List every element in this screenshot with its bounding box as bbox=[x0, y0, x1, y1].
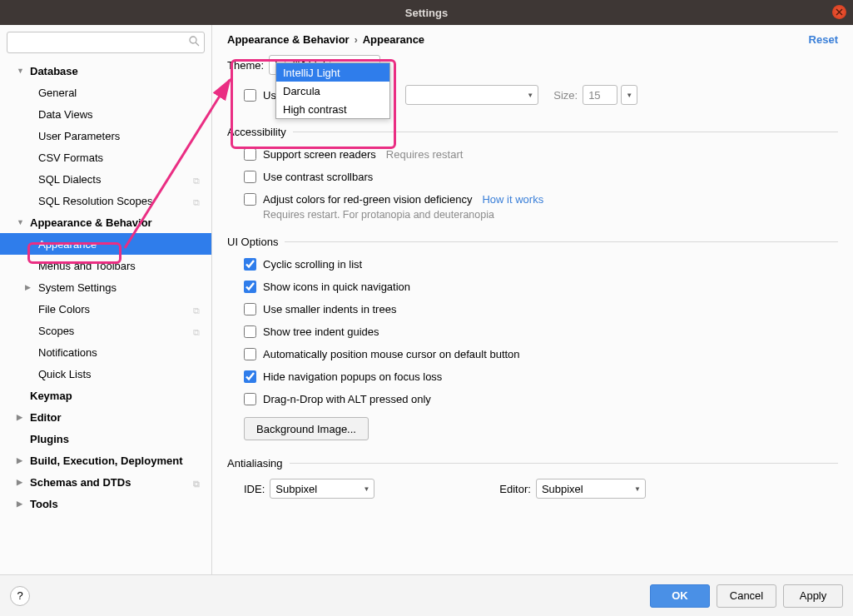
project-icon bbox=[193, 196, 203, 206]
theme-option[interactable]: Darcula bbox=[276, 82, 389, 100]
dnd-alt-checkbox[interactable] bbox=[244, 393, 256, 405]
tree-item[interactable]: Tools bbox=[0, 493, 211, 514]
tree-guides-checkbox[interactable] bbox=[244, 325, 256, 338]
tree-item[interactable]: Menus and Toolbars bbox=[0, 255, 211, 276]
cancel-button[interactable]: Cancel bbox=[717, 584, 776, 608]
breadcrumb-sep-icon: › bbox=[355, 34, 358, 46]
window-body: DatabaseGeneralData ViewsUser Parameters… bbox=[0, 25, 853, 574]
tree-item[interactable]: Scopes bbox=[0, 320, 211, 341]
use-custom-font-checkbox[interactable] bbox=[244, 89, 256, 102]
size-value-box[interactable]: 15 bbox=[583, 85, 617, 105]
tree-item-label: Menus and Toolbars bbox=[37, 260, 136, 272]
tree-item-label: Database bbox=[28, 65, 78, 77]
close-icon[interactable] bbox=[832, 5, 846, 19]
requires-restart-hint: Requires restart bbox=[386, 148, 463, 161]
how-it-works-link[interactable]: How it works bbox=[482, 193, 543, 206]
breadcrumb-root: Appearance & Behavior bbox=[227, 33, 350, 46]
tree-item[interactable]: Appearance bbox=[0, 233, 211, 255]
breadcrumb-leaf: Appearance bbox=[363, 33, 424, 46]
background-image-button[interactable]: Background Image... bbox=[244, 417, 369, 440]
auto-mouse-checkbox[interactable] bbox=[244, 348, 256, 360]
contrast-scrollbars-label: Use contrast scrollbars bbox=[263, 171, 373, 183]
window-title: Settings bbox=[405, 7, 448, 19]
tree-item[interactable]: SQL Dialects bbox=[0, 168, 211, 190]
help-button[interactable]: ? bbox=[10, 586, 30, 606]
reset-link[interactable]: Reset bbox=[809, 33, 838, 46]
tree-item[interactable]: Quick Lists bbox=[0, 363, 211, 385]
adjust-colors-checkbox[interactable] bbox=[244, 193, 256, 206]
chevron-down-icon: ▼ bbox=[363, 485, 369, 493]
tree-item[interactable]: Database bbox=[0, 60, 211, 82]
font-family-combo[interactable]: ▼ bbox=[405, 85, 538, 105]
tree-arrow-icon bbox=[17, 218, 28, 226]
smaller-indents-checkbox[interactable] bbox=[244, 303, 256, 315]
tree-item[interactable]: Notifications bbox=[0, 341, 211, 363]
tree-item-label: Notifications bbox=[37, 346, 97, 359]
theme-dropdown[interactable]: IntelliJ Light Darcula High contrast bbox=[275, 62, 390, 119]
ok-button[interactable]: OK bbox=[650, 584, 710, 608]
tree-item-label: Build, Execution, Deployment bbox=[28, 455, 182, 467]
tree-item-label: System Settings bbox=[37, 281, 117, 294]
ide-aa-label: IDE: bbox=[244, 483, 265, 495]
tree-item[interactable]: Appearance & Behavior bbox=[0, 211, 211, 233]
ide-aa-combo[interactable]: Subpixel▼ bbox=[270, 479, 374, 499]
size-label: Size: bbox=[553, 89, 578, 102]
antialiasing-row: IDE: Subpixel▼ Editor: Subpixel▼ bbox=[244, 478, 838, 499]
breadcrumb: Appearance & Behavior › Appearance bbox=[227, 33, 838, 46]
tree-item[interactable]: File Colors bbox=[0, 298, 211, 320]
project-icon bbox=[193, 174, 203, 184]
tree-item-label: Scopes bbox=[37, 325, 74, 337]
tree-item-label: General bbox=[37, 87, 77, 99]
tree-item[interactable]: System Settings bbox=[0, 276, 211, 298]
tree-arrow-icon bbox=[25, 283, 37, 291]
tree-arrow-icon bbox=[17, 478, 28, 486]
theme-option[interactable]: IntelliJ Light bbox=[276, 63, 389, 82]
theme-option[interactable]: High contrast bbox=[276, 100, 389, 118]
adjust-colors-hint: Requires restart. For protanopia and deu… bbox=[227, 209, 838, 221]
tree-item[interactable]: CSV Formats bbox=[0, 147, 211, 168]
chevron-down-icon: ▼ bbox=[634, 485, 641, 493]
tree-item[interactable]: Data Views bbox=[0, 103, 211, 125]
tree-item[interactable]: Build, Execution, Deployment bbox=[0, 450, 211, 471]
contrast-scrollbars-checkbox[interactable] bbox=[244, 171, 256, 183]
tree-item-label: Plugins bbox=[28, 433, 69, 445]
tree-arrow-icon bbox=[17, 413, 28, 421]
tree-item-label: Editor bbox=[28, 411, 62, 424]
contrast-scrollbars-row: Use contrast scrollbars bbox=[227, 166, 838, 188]
tree-item[interactable]: General bbox=[0, 82, 211, 103]
section-ui-options: UI Options bbox=[227, 236, 838, 248]
section-accessibility: Accessibility bbox=[227, 126, 838, 138]
tree-item-label: Appearance bbox=[37, 238, 97, 251]
chevron-down-icon: ▼ bbox=[626, 92, 632, 99]
tree-item-label: Data Views bbox=[37, 108, 93, 121]
cyclic-scrolling-checkbox[interactable] bbox=[244, 258, 256, 271]
screen-readers-label: Support screen readers bbox=[263, 148, 376, 161]
screen-readers-checkbox[interactable] bbox=[244, 148, 256, 161]
footer: ? OK Cancel Apply bbox=[0, 574, 853, 616]
tree-item[interactable]: Plugins bbox=[0, 428, 211, 450]
chevron-down-icon: ▼ bbox=[527, 92, 533, 99]
tree-item[interactable]: User Parameters bbox=[0, 125, 211, 147]
tree-arrow-icon bbox=[17, 456, 28, 464]
show-icons-checkbox[interactable] bbox=[244, 281, 256, 293]
tree-arrow-icon bbox=[17, 499, 28, 508]
tree-item-label: CSV Formats bbox=[37, 152, 103, 164]
search-input[interactable] bbox=[7, 32, 205, 53]
theme-label: Theme: bbox=[227, 59, 264, 72]
tree-item[interactable]: Keymap bbox=[0, 385, 211, 406]
size-stepper[interactable]: ▼ bbox=[621, 85, 637, 105]
project-icon bbox=[193, 304, 203, 314]
tree-item-label: Schemas and DTDs bbox=[28, 476, 131, 489]
tree-item-label: Keymap bbox=[28, 390, 72, 402]
apply-button[interactable]: Apply bbox=[783, 584, 843, 608]
adjust-colors-row: Adjust colors for red-green vision defic… bbox=[227, 188, 838, 211]
tree-item[interactable]: SQL Resolution Scopes bbox=[0, 190, 211, 211]
tree-item[interactable]: Editor bbox=[0, 406, 211, 428]
tree-item[interactable]: Schemas and DTDs bbox=[0, 471, 211, 493]
tree-item-label: Tools bbox=[28, 498, 58, 510]
tree-arrow-icon bbox=[17, 67, 28, 75]
hide-popups-checkbox[interactable] bbox=[244, 370, 256, 383]
tree-item-label: SQL Resolution Scopes bbox=[37, 195, 153, 207]
editor-aa-combo[interactable]: Subpixel▼ bbox=[536, 479, 646, 499]
settings-tree: DatabaseGeneralData ViewsUser Parameters… bbox=[0, 60, 211, 574]
